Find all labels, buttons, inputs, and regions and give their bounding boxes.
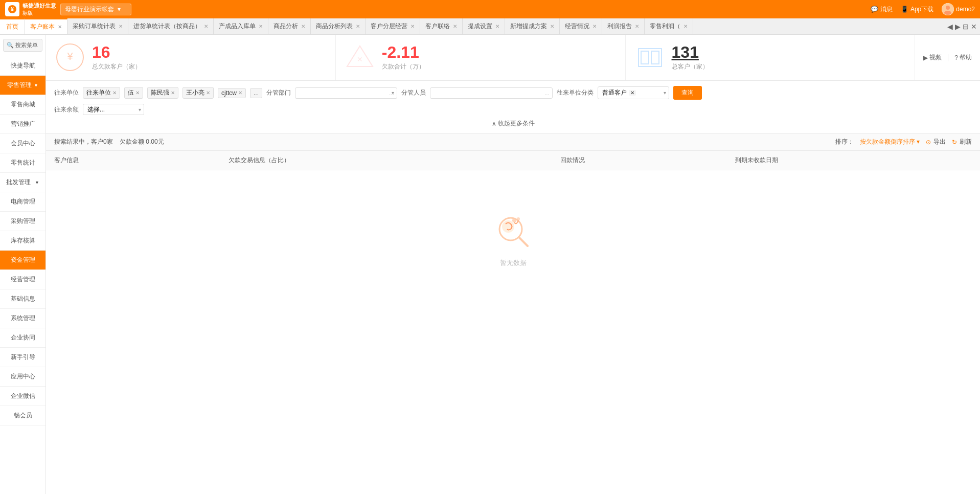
remove-icon[interactable]: ✕: [135, 90, 140, 96]
refresh-btn[interactable]: ↻ 刷新: [952, 138, 972, 146]
filter-tag-unit-remove[interactable]: 往来单位 ✕: [83, 87, 120, 99]
refresh-icon: ↻: [952, 139, 957, 146]
sidebar-item-inventory[interactable]: 库存核算: [0, 231, 45, 251]
sidebar-item-purchase[interactable]: 采购管理: [0, 212, 45, 231]
stat-icon-credit: ✕: [346, 43, 374, 72]
tab-product-analysis-list[interactable]: 商品分析列表 ✕: [311, 18, 366, 35]
logo-area: ¥ 畅捷通好生意 标版: [5, 2, 56, 17]
svg-rect-10: [641, 51, 649, 64]
sidebar-item-ecommerce[interactable]: 电商管理: [0, 192, 45, 212]
top-header: ¥ 畅捷通好生意 标版 母婴行业演示帐套 ▾ 💬 消息 📱 App下载 demo…: [0, 0, 980, 18]
tab-new-promotion[interactable]: 新增提成方案 ✕: [505, 18, 560, 35]
tab-purchase-order-stats[interactable]: 采购订单统计表 ✕: [67, 18, 128, 35]
tab-menu-btn[interactable]: ⊟: [963, 23, 969, 31]
tab-product-analysis[interactable]: 商品分析 ✕: [268, 18, 311, 35]
person-input[interactable]: [430, 87, 553, 99]
stat-content-credit: -2.11 欠款合计（万）: [382, 44, 425, 71]
video-btn[interactable]: ▶ 视频: [923, 53, 942, 62]
filter-tag-4[interactable]: cjttcw ✕: [218, 88, 246, 98]
sidebar: 🔍 搜索菜单 快捷导航 零售管理 ▼ 零售商城 营销推广 会员中心 零售统计 批…: [0, 35, 46, 494]
col-repayment: 回款情况: [552, 151, 726, 170]
sidebar-item-marketing[interactable]: 营销推广: [0, 115, 45, 134]
remove-icon[interactable]: ✕: [112, 90, 117, 96]
close-icon[interactable]: ✕: [635, 24, 639, 29]
dept-label: 分管部门: [266, 88, 291, 97]
filter-area: 往来单位 往来单位 ✕ 伍 ✕ 陈民强 ✕ 王小亮 ✕: [46, 81, 980, 133]
close-icon[interactable]: ✕: [119, 24, 123, 29]
result-summary: 搜索结果中，客户0家 欠款金额 0.00元: [54, 138, 164, 146]
account-dropdown[interactable]: 母婴行业演示帐套 ▾: [60, 4, 131, 15]
search-btn[interactable]: 查询: [673, 86, 702, 100]
sidebar-item-system[interactable]: 系统管理: [0, 309, 45, 328]
close-icon[interactable]: ✕: [495, 24, 499, 29]
remove-icon[interactable]: ✕: [238, 90, 242, 96]
sidebar-item-member-center[interactable]: 会员中心: [0, 134, 45, 153]
close-all-btn[interactable]: ✕: [971, 23, 977, 31]
filter-tag-3[interactable]: 王小亮 ✕: [183, 87, 214, 99]
svg-rect-11: [651, 51, 659, 64]
sidebar-item-enterprise-wechat[interactable]: 企业微信: [0, 387, 45, 406]
sidebar-item-app-center[interactable]: 应用中心: [0, 367, 45, 387]
remove-icon[interactable]: ✕: [206, 90, 210, 96]
tab-home[interactable]: 首页: [0, 18, 25, 35]
tab-customer-segment[interactable]: 客户分层经营 ✕: [366, 18, 420, 35]
close-icon[interactable]: ✕: [411, 24, 415, 29]
close-icon[interactable]: ✕: [301, 24, 305, 29]
svg-point-16: [517, 217, 520, 220]
dept-select-wrapper: ...: [295, 87, 397, 99]
svg-text:¥: ¥: [66, 51, 73, 62]
filter-tag-1[interactable]: 伍 ✕: [124, 87, 143, 99]
help-btn[interactable]: ? 帮助: [954, 53, 972, 62]
remove-unit-class[interactable]: ✕: [629, 90, 636, 96]
app-download-btn[interactable]: 📱 App下载: [901, 5, 933, 14]
remove-icon[interactable]: ✕: [171, 90, 175, 96]
search-menu-btn[interactable]: 🔍 搜索菜单: [3, 39, 42, 52]
sidebar-item-basic-info[interactable]: 基础信息: [0, 289, 45, 309]
collapse-row: ∧ 收起更多条件: [54, 119, 972, 128]
filter-tag-2[interactable]: 陈民强 ✕: [147, 87, 178, 99]
next-tab-btn[interactable]: ▶: [955, 23, 961, 31]
close-icon[interactable]: ✕: [356, 24, 360, 29]
tab-profit-report[interactable]: 利润报告 ✕: [602, 18, 645, 35]
message-icon: 💬: [871, 6, 878, 13]
sidebar-item-wholesale-management[interactable]: 批发管理 ▼: [0, 173, 45, 192]
close-icon[interactable]: ✕: [58, 24, 62, 30]
stats-bar: ¥ 16 总欠款客户（家） ✕ -2.11 欠款合计: [46, 35, 980, 81]
sidebar-item-operations[interactable]: 经营管理: [0, 270, 45, 289]
col-customer-info: 客户信息: [46, 151, 220, 170]
stats-actions: ▶ 视频 ? 帮助: [915, 35, 980, 80]
sidebar-item-pro-member[interactable]: 畅会员: [0, 406, 45, 425]
message-btn[interactable]: 💬 消息: [871, 5, 893, 14]
sidebar-item-retail-management[interactable]: 零售管理 ▼: [0, 76, 45, 95]
close-icon[interactable]: ✕: [592, 24, 597, 29]
sidebar-item-retail-stats[interactable]: 零售统计: [0, 153, 45, 173]
sort-select[interactable]: 按欠款金额倒序排序 ▾: [860, 138, 920, 146]
tab-purchase-stats-product[interactable]: 进货单统计表（按商品） ✕: [128, 18, 214, 35]
user-profile[interactable]: demo2: [942, 3, 975, 15]
tab-business-status[interactable]: 经营情况 ✕: [560, 18, 602, 35]
export-btn[interactable]: ⊙ 导出: [926, 138, 946, 146]
help-icon: ?: [954, 54, 958, 61]
sidebar-item-retail-store[interactable]: 零售商城: [0, 95, 45, 115]
dept-input[interactable]: [295, 87, 397, 99]
unit-class-select[interactable]: 普通客户 ✕: [598, 86, 669, 99]
tab-customer-ledger[interactable]: 客户账本 ✕: [25, 18, 67, 35]
close-icon[interactable]: ✕: [550, 24, 554, 29]
sidebar-item-quick-nav[interactable]: 快捷导航: [0, 56, 45, 76]
sidebar-item-enterprise-collab[interactable]: 企业协同: [0, 328, 45, 348]
sidebar-item-new-guide[interactable]: 新手引导: [0, 348, 45, 367]
balance-select[interactable]: 选择...: [83, 104, 144, 115]
tab-product-cost[interactable]: 产成品入库单 ✕: [214, 18, 268, 35]
close-icon[interactable]: ✕: [259, 24, 263, 29]
tab-retail-profit[interactable]: 零售利润（ ✕: [645, 18, 693, 35]
svg-point-4: [944, 11, 951, 15]
tab-customer-contact[interactable]: 客户联络 ✕: [420, 18, 463, 35]
collapse-btn[interactable]: ∧ 收起更多条件: [492, 119, 535, 128]
sidebar-item-finance[interactable]: 资金管理: [0, 251, 45, 270]
more-tags-btn[interactable]: ...: [250, 88, 262, 98]
prev-tab-btn[interactable]: ◀: [947, 23, 953, 31]
close-icon[interactable]: ✕: [453, 24, 457, 29]
close-icon[interactable]: ✕: [204, 24, 208, 29]
tab-promotion-settings[interactable]: 提成设置 ✕: [463, 18, 505, 35]
close-icon[interactable]: ✕: [683, 24, 688, 29]
